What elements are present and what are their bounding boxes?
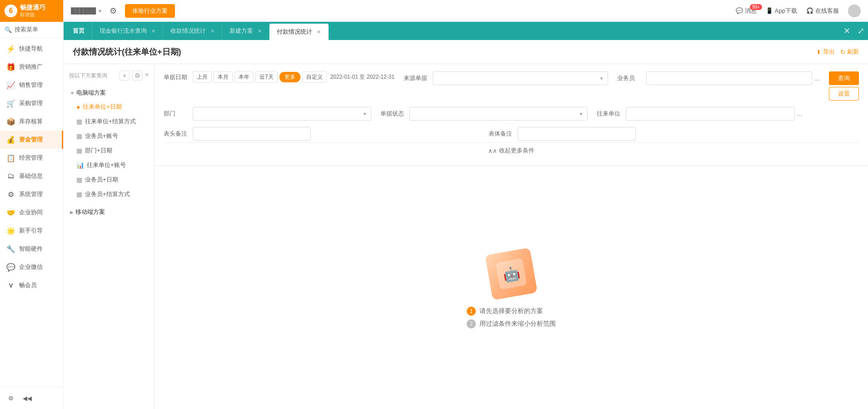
staff-dots-btn[interactable]: ...: [812, 74, 822, 82]
doc-status-select[interactable]: ▾: [409, 107, 588, 121]
scheme-group-mobile-title[interactable]: ▶ 移动端方案: [64, 205, 154, 219]
sidebar-item-sales[interactable]: 📈 销售管理: [0, 76, 63, 94]
partner-input[interactable]: [626, 107, 794, 121]
sidebar-item-vip[interactable]: V 畅会员: [0, 276, 63, 294]
tab-receipt-stats-close[interactable]: ✕: [210, 28, 215, 34]
note-header-field: 表头备注: [164, 127, 479, 141]
refresh-btn[interactable]: ↻ 刷新: [840, 48, 859, 56]
finance-icon: 💰: [6, 135, 15, 144]
footer-settings-btn[interactable]: ⚙: [5, 392, 17, 404]
sidebar-item-purchase[interactable]: 🛒 采购管理: [0, 94, 63, 112]
chevron-down-icon: ▾: [600, 76, 603, 81]
empty-tips: 1 请先选择要分析的方案 2 用过滤条件来缩小分析范围: [467, 307, 556, 328]
sidebar-item-basic[interactable]: 🗂 基础信息: [0, 167, 63, 185]
dept-field: 部门 ▾: [164, 107, 371, 121]
user-avatar[interactable]: [848, 5, 861, 17]
basic-icon: 🗂: [6, 172, 15, 181]
date-btn-more[interactable]: 更多: [279, 72, 300, 82]
wechat-icon: 💬: [6, 263, 15, 272]
tab-new-scheme[interactable]: 新建方案 ✕: [222, 22, 269, 40]
scheme-item-staff-date[interactable]: ▦ 业务员+日期: [64, 172, 154, 187]
filter-row-3: 表头备注 表体备注: [164, 127, 859, 141]
tab-new-scheme-close[interactable]: ✕: [258, 28, 262, 34]
tab-payment-stats-label: 付款情况统计: [277, 28, 312, 36]
scheme-item-partner-account[interactable]: 📊 往来单位+账号: [64, 158, 154, 172]
scheme-item-dept-date[interactable]: ▦ 部门+日期: [64, 143, 154, 158]
scheme-item-staff-settle[interactable]: ▦ 业务员+结算方式: [64, 187, 154, 202]
panel-settings-btn[interactable]: ⚙: [132, 71, 142, 81]
date-btn-last-7[interactable]: 近7天: [255, 71, 278, 83]
tab-new-scheme-label: 新建方案: [229, 27, 253, 35]
sidebar-item-guide[interactable]: 🌟 新手引导: [0, 222, 63, 240]
note-body-label: 表体备注: [489, 130, 514, 138]
topbar-settings-btn[interactable]: ⚙: [106, 4, 120, 18]
sidebar-item-inventory[interactable]: 📦 库存核算: [0, 112, 63, 131]
scheme-item-partner-settle[interactable]: ▦ 往来单位+结算方式: [64, 114, 154, 129]
close-all-tab-btn[interactable]: ✕: [842, 26, 852, 36]
tab-receipt-stats-label: 收款情况统计: [170, 27, 206, 35]
empty-tip-2: 2 用过滤条件来缩小分析范围: [467, 319, 556, 328]
sidebar-item-wechat[interactable]: 💬 企业微信: [0, 258, 63, 276]
date-btn-this-month[interactable]: 本月: [214, 71, 233, 83]
scheme-item-icon: ▦: [76, 147, 82, 154]
note-body-input[interactable]: [518, 127, 636, 141]
scheme-item-icon: ▦: [76, 118, 82, 125]
date-field: 单据日期 上月 本月 本年 近7天 更多 自定义 2022-01-01 至 20…: [164, 71, 394, 83]
message-btn[interactable]: 💬 消息 99+: [736, 7, 757, 15]
sidebar-item-cooperation[interactable]: 🤝 企业协同: [0, 203, 63, 222]
sidebar-item-label: 营销推广: [19, 63, 43, 71]
scheme-item-staff-account[interactable]: ▦ 业务员+账号: [64, 129, 154, 143]
app-download-btn[interactable]: 📱 App下载: [766, 7, 797, 15]
sidebar-item-finance[interactable]: 💰 资金管理: [0, 131, 63, 149]
group-label: 移动端方案: [75, 208, 105, 216]
sidebar-item-system[interactable]: ⚙ 系统管理: [0, 185, 63, 203]
sidebar-item-operation[interactable]: 📋 经营管理: [0, 149, 63, 167]
expand-tab-btn[interactable]: ⤢: [856, 26, 866, 36]
online-service-btn[interactable]: 🎧 在线客服: [806, 7, 839, 15]
sales-icon: 📈: [6, 81, 15, 90]
search-icon: 🔍: [5, 26, 12, 33]
query-btn[interactable]: 查询: [829, 71, 859, 85]
tab-bank-flow-close[interactable]: ✕: [151, 28, 155, 34]
collapse-label: 收起更多条件: [499, 146, 534, 155]
refresh-icon: ↻: [840, 49, 845, 56]
trial-btn[interactable]: 体验行业方案: [125, 4, 175, 18]
tab-receipt-stats[interactable]: 收款情况统计 ✕: [163, 22, 222, 40]
tab-home[interactable]: 首页: [65, 22, 92, 40]
sidebar-item-marketing[interactable]: 🎁 营销推广: [0, 58, 63, 76]
tab-payment-stats-close[interactable]: ✕: [317, 29, 321, 35]
panel-query-label: 按以下方案查询: [69, 72, 107, 80]
tip-number-1: 1: [467, 307, 476, 316]
date-btn-custom[interactable]: 自定义: [302, 71, 327, 83]
panel-collapse-btn[interactable]: «: [145, 71, 149, 81]
partner-dots-btn[interactable]: ...: [795, 110, 804, 118]
chevron-down-icon: ▾: [580, 111, 583, 117]
scheme-item-icon: ▦: [76, 176, 82, 183]
sidebar-item-hardware[interactable]: 🔧 智能硬件: [0, 240, 63, 258]
tab-bank-flow[interactable]: 现金银行流水查询 ✕: [92, 22, 163, 40]
source-select[interactable]: ▾: [433, 71, 608, 85]
export-btn[interactable]: ⬆ 导出: [816, 48, 835, 56]
collapse-more-btn[interactable]: ∧∧ 收起更多条件: [164, 142, 859, 158]
scheme-item-icon: ▦: [76, 132, 82, 140]
sidebar-item-label: 资金管理: [19, 136, 43, 144]
date-options: 上月 本月 本年 近7天 更多 自定义 2022-01-01 至 2022-12…: [193, 71, 394, 83]
sidebar-search[interactable]: 🔍 搜索菜单: [0, 22, 63, 38]
message-badge: 99+: [750, 4, 762, 10]
date-btn-last-month[interactable]: 上月: [193, 71, 212, 83]
scheme-item-partner-date[interactable]: ● 往来单位+日期: [64, 100, 154, 114]
dept-select[interactable]: ▾: [193, 107, 371, 121]
sidebar-logo: 6 畅捷通巧 标准版: [0, 0, 63, 22]
group-arrow-icon: ▼: [70, 91, 75, 96]
footer-collapse-btn[interactable]: ◀◀: [21, 392, 34, 404]
staff-input[interactable]: [646, 71, 812, 85]
filter-row-2: 部门 ▾ 单据状态 ▾: [164, 107, 859, 121]
tab-payment-stats[interactable]: 付款情况统计 ✕: [269, 24, 329, 40]
sidebar-item-quick-nav[interactable]: ⚡ 快捷导航: [0, 40, 63, 58]
note-header-input[interactable]: [193, 127, 311, 141]
filter-settings-btn[interactable]: 设置: [829, 87, 859, 101]
system-icon: ⚙: [6, 190, 15, 199]
date-btn-this-year[interactable]: 本年: [234, 71, 254, 83]
panel-add-btn[interactable]: +: [120, 71, 130, 81]
scheme-group-desktop-title[interactable]: ▼ 电脑端方案: [64, 86, 154, 100]
